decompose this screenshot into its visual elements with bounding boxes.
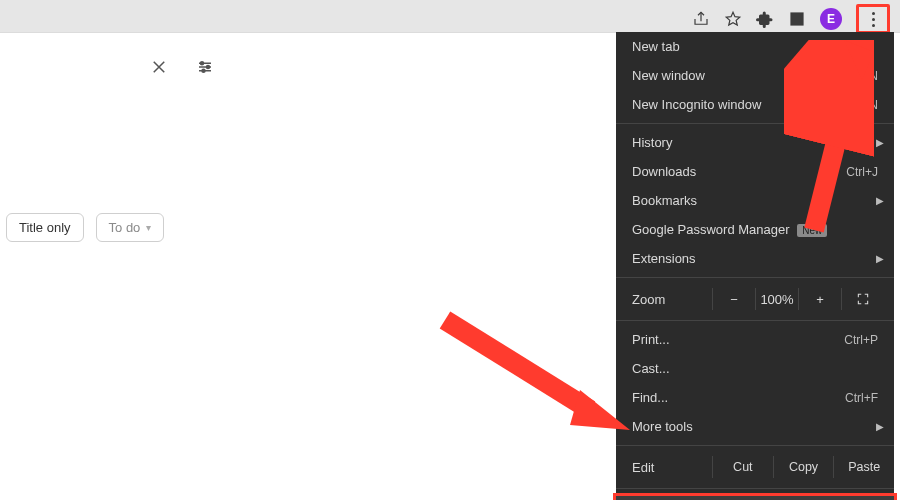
svg-rect-0 [791,13,803,25]
new-badge: New [797,224,827,237]
sliders-icon[interactable] [196,58,214,80]
chip-title-only[interactable]: Title only [6,213,84,242]
edit-copy-button[interactable]: Copy [773,456,834,478]
menu-label: History [632,135,672,150]
menu-label: Downloads [632,164,696,179]
menu-item-more-tools[interactable]: More tools ▶ [616,412,894,441]
profile-avatar[interactable]: E [820,8,842,30]
menu-shortcut: Ctrl+J [846,165,878,179]
svg-point-2 [201,62,204,65]
menu-separator [616,320,894,321]
menu-item-new-tab[interactable]: New tab [616,32,894,61]
chip-label: To do [109,220,141,235]
edit-paste-button[interactable]: Paste [833,456,894,478]
menu-label: Find... [632,390,668,405]
menu-separator [616,488,894,489]
menu-item-history[interactable]: History ▶ [616,128,894,157]
reading-list-icon[interactable] [788,10,806,28]
chevron-down-icon: ▾ [146,222,151,233]
filter-chips: Title only To do▾ [6,213,164,242]
menu-item-password-manager[interactable]: Google Password Manager New [616,215,894,244]
toolbar-actions: E [692,4,890,34]
menu-separator [616,277,894,278]
menu-shortcut: Shift+N [838,98,878,112]
menu-label: New tab [632,39,680,54]
close-icon[interactable] [150,58,168,80]
menu-label: Google Password Manager New [632,222,827,237]
chip-label: Title only [19,220,71,235]
menu-item-cast[interactable]: Cast... [616,354,894,383]
menu-item-extensions[interactable]: Extensions ▶ [616,244,894,273]
menu-item-edit: Edit Cut Copy Paste [616,450,894,484]
menu-shortcut: Ctrl+F [845,391,878,405]
annotation-highlight-settings: Settings [613,493,897,500]
fullscreen-icon[interactable] [841,288,894,310]
menu-item-zoom: Zoom − 100% + [616,282,894,316]
menu-label: New Incognito window [632,97,761,112]
chip-todo[interactable]: To do▾ [96,213,165,242]
menu-item-settings[interactable]: Settings [616,496,894,500]
menu-label: Edit [632,460,712,475]
browser-toolbar: E [0,0,900,32]
zoom-in-button[interactable]: + [798,288,841,310]
menu-separator [616,123,894,124]
menu-shortcut: Ctrl+N [844,69,878,83]
menu-label: Extensions [632,251,696,266]
zoom-out-button[interactable]: − [712,288,755,310]
svg-point-3 [207,66,210,69]
menu-shortcut: Ctrl+P [844,333,878,347]
menu-item-downloads[interactable]: Downloads Ctrl+J [616,157,894,186]
chrome-context-menu: New tab New window Ctrl+N New Incognito … [616,32,894,500]
menu-item-bookmarks[interactable]: Bookmarks ▶ [616,186,894,215]
menu-label: Cast... [632,361,670,376]
menu-label: New window [632,68,705,83]
submenu-arrow-icon: ▶ [876,253,884,264]
menu-label: Zoom [632,292,712,307]
menu-item-new-incognito[interactable]: New Incognito window Shift+N [616,90,894,119]
submenu-arrow-icon: ▶ [876,421,884,432]
edit-cut-button[interactable]: Cut [712,456,773,478]
annotation-highlight-kebab [856,4,890,34]
menu-item-print[interactable]: Print... Ctrl+P [616,325,894,354]
share-icon[interactable] [692,10,710,28]
menu-separator [616,445,894,446]
zoom-value: 100% [755,288,798,310]
star-icon[interactable] [724,10,742,28]
kebab-menu-icon[interactable] [863,9,883,29]
page-action-icons [150,58,214,80]
menu-label: More tools [632,419,693,434]
menu-item-find[interactable]: Find... Ctrl+F [616,383,894,412]
svg-point-4 [202,69,205,72]
submenu-arrow-icon: ▶ [876,137,884,148]
extensions-puzzle-icon[interactable] [756,10,774,28]
menu-label: Bookmarks [632,193,697,208]
menu-item-new-window[interactable]: New window Ctrl+N [616,61,894,90]
menu-label: Print... [632,332,670,347]
submenu-arrow-icon: ▶ [876,195,884,206]
